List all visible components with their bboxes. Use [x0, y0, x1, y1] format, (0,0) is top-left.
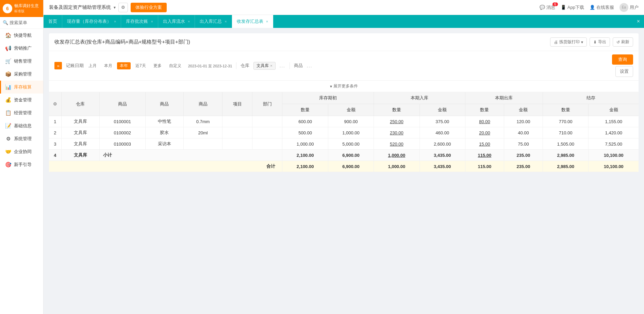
th-out-amt: 金额	[504, 104, 543, 116]
subtotal-out-qty[interactable]: 115.00	[465, 150, 504, 161]
th-group-in: 本期入库	[374, 92, 465, 104]
tabs-bar: 首页 现存量（库存分布表） × 库存批次账 × 出入库流水 × 出入库汇总 × …	[44, 15, 644, 28]
user-menu-button[interactable]: Ea 用户	[620, 3, 639, 12]
row-in-qty[interactable]: 520.00	[374, 138, 419, 150]
enterprise-icon: 🤝	[5, 149, 11, 155]
th-group-out: 本期出库	[465, 92, 543, 104]
warehouse-filter-label: 仓库	[241, 63, 249, 69]
tab-in-out-flow-close[interactable]: ×	[188, 19, 190, 23]
warehouse-dots[interactable]: ...	[280, 63, 285, 68]
warehouse-tag-close[interactable]: ×	[270, 64, 272, 68]
system-name: 装备及固定资产辅助管理系统	[49, 4, 111, 11]
th-product-spec: 商品	[184, 92, 222, 116]
sidebar-item-operations[interactable]: 📋 经营管理	[0, 106, 43, 119]
th-in-amt: 金额	[419, 104, 465, 116]
row-out-amt: 75.00	[504, 138, 543, 150]
tab-receipt-summary-close[interactable]: ×	[266, 19, 268, 23]
total-out-amt: 235.00	[504, 161, 543, 172]
tab-in-out-flow[interactable]: 出入库流水 ×	[158, 15, 195, 28]
row-out-qty[interactable]: 15.00	[465, 138, 504, 150]
row-out-qty[interactable]: 20.00	[465, 127, 504, 138]
row-in-qty[interactable]: 250.00	[374, 116, 419, 127]
refresh-button[interactable]: ↺ 刷新	[613, 37, 633, 47]
sidebar-item-enterprise[interactable]: 🤝 企业协同	[0, 145, 43, 158]
row-opening-amt: 1,000.00	[328, 127, 374, 138]
trial-button[interactable]: 体验行业方案	[131, 3, 167, 12]
subtotal-in-amt: 3,435.00	[419, 150, 465, 161]
sidebar-item-purchase[interactable]: 📦 采购管理	[0, 68, 43, 81]
sidebar-item-basic[interactable]: 📝 基础信息	[0, 119, 43, 132]
date-btn-more[interactable]: 更多	[151, 62, 164, 69]
sidebar-item-sales[interactable]: 🛒 销售管理	[0, 55, 43, 68]
th-department: 部门	[252, 92, 282, 116]
warehouse-tag[interactable]: 文具库 ×	[253, 62, 275, 70]
row-balance-qty: 770.00	[543, 116, 589, 127]
filter-expand-button[interactable]: »	[54, 62, 62, 69]
date-btn-last-month[interactable]: 上月	[86, 62, 99, 69]
sidebar-item-label: 资金管理	[14, 97, 32, 103]
online-service-button[interactable]: 👤 在线客服	[590, 4, 614, 11]
print-button[interactable]: 🖨 拣货版打印 ▾	[550, 37, 587, 47]
filter-divider2	[290, 62, 290, 69]
goods-filter-label: 商品	[294, 63, 303, 69]
tab-stock-dist-close[interactable]: ×	[114, 19, 116, 23]
sidebar-item-marketing[interactable]: 📢 营销推广	[0, 42, 43, 55]
refresh-icon: ↺	[616, 40, 620, 45]
row-in-qty[interactable]: 230.00	[374, 127, 419, 138]
sidebar-item-quick-nav[interactable]: 🏠 快捷导航	[0, 29, 43, 42]
sidebar-item-label: 快捷导航	[14, 32, 32, 38]
topbar-settings-button[interactable]: ⚙	[118, 3, 128, 12]
th-project: 项目	[222, 92, 252, 116]
quick-nav-icon: 🏠	[5, 32, 11, 38]
sidebar-item-guide[interactable]: 🎯 新手引导	[0, 158, 43, 171]
warehouse-tag-label: 文具库	[257, 63, 269, 69]
sidebar-item-system[interactable]: ⚙ 系统管理	[0, 132, 43, 145]
total-balance-qty: 2,985.00	[543, 161, 589, 172]
th-opening-amt: 金额	[328, 104, 374, 116]
tab-receipt-summary[interactable]: 收发存汇总表 ×	[232, 15, 273, 28]
total-balance-amt: 10,100.00	[589, 161, 639, 172]
row-out-amt: 40.00	[504, 127, 543, 138]
sidebar-item-inventory[interactable]: 📊 库存核算	[0, 81, 43, 94]
expand-more-button[interactable]: ▾ 展开更多条件	[330, 83, 358, 89]
total-in-qty: 1,000.00	[374, 161, 419, 172]
date-btn-custom[interactable]: 自定义	[166, 62, 184, 69]
table-settings-header[interactable]: ⚙	[49, 92, 61, 116]
date-btn-this-month[interactable]: 本月	[101, 62, 115, 69]
th-product-code: 商品	[100, 92, 145, 116]
table-gear-icon[interactable]: ⚙	[53, 101, 57, 106]
tab-in-out-summary[interactable]: 出入库汇总 ×	[195, 15, 232, 28]
subtotal-index: 4	[49, 150, 61, 161]
tab-in-out-summary-close[interactable]: ×	[225, 19, 227, 23]
row-in-amt: 460.00	[419, 127, 465, 138]
query-button[interactable]: 查询	[612, 54, 633, 65]
goods-dots[interactable]: ...	[307, 63, 313, 68]
search-menu[interactable]: 🔍 搜索菜单	[0, 17, 43, 29]
app-download-button[interactable]: 📱 App下载	[561, 4, 584, 11]
row-out-qty[interactable]: 80.00	[465, 116, 504, 127]
settings-small-button[interactable]: 设置	[615, 66, 633, 77]
subtotal-label: 小计	[100, 150, 282, 161]
tab-batch-ledger-close[interactable]: ×	[151, 19, 153, 23]
notification-button[interactable]: 💬 消息 6	[540, 4, 555, 11]
row-balance-amt: 1,420.00	[589, 127, 639, 138]
row-product-code: 0100002	[100, 127, 145, 138]
sidebar-item-finance[interactable]: 💰 资金管理	[0, 94, 43, 106]
tab-in-out-flow-label: 出入库流水	[163, 18, 185, 24]
row-department	[252, 127, 282, 138]
expand-icon: »	[57, 63, 59, 68]
tab-home[interactable]: 首页	[44, 15, 62, 28]
export-button[interactable]: ⬇ 导出	[590, 37, 610, 47]
sidebar-item-label: 库存核算	[14, 84, 32, 90]
date-btn-7days[interactable]: 近7天	[133, 62, 149, 69]
date-btn-this-year[interactable]: 本年	[117, 62, 131, 69]
subtotal-opening-qty: 2,100.00	[282, 150, 328, 161]
sidebar-item-label: 采购管理	[14, 71, 32, 77]
avatar: Ea	[620, 3, 628, 12]
tab-stock-dist[interactable]: 现存量（库存分布表） ×	[62, 15, 121, 28]
table-container: ⚙ 仓库 商品 商品 商品 项目 部门 库存期初 本期入库 本期出库 结存	[49, 92, 639, 172]
tabs-close-all-button[interactable]: ×	[633, 18, 644, 24]
tab-batch-ledger[interactable]: 库存批次账 ×	[121, 15, 158, 28]
system-dropdown[interactable]: ▾	[114, 5, 116, 10]
subtotal-in-qty[interactable]: 1,000.00	[374, 150, 419, 161]
